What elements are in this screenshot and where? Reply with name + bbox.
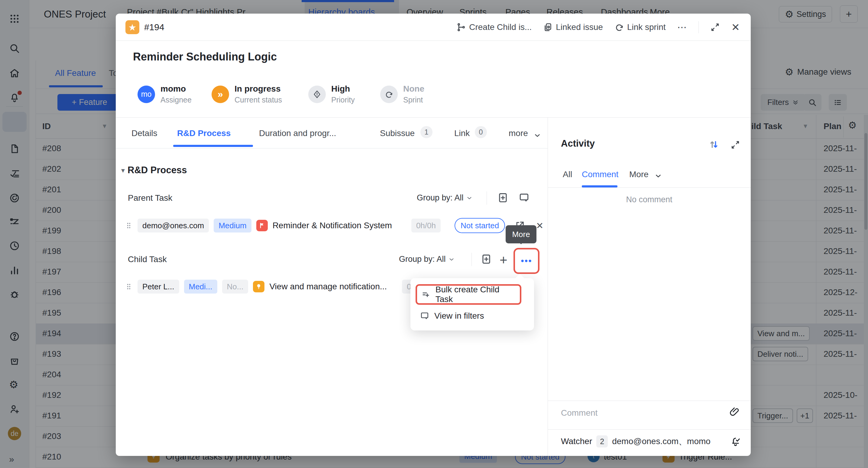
assignee-pill[interactable]: demo@ones.com	[137, 218, 209, 233]
link-count-badge: 0	[475, 126, 487, 138]
comment-box-divider	[548, 401, 751, 401]
drag-handle-icon[interactable]	[125, 222, 133, 230]
linked-issue-label: Linked issue	[556, 22, 603, 32]
attribute-assignee[interactable]: mo momo Assignee	[137, 84, 192, 104]
list-plus-icon	[421, 290, 431, 299]
child-groupby-dropdown[interactable]: Group by: All	[399, 255, 455, 264]
activity-tab-comment[interactable]: Comment	[582, 170, 618, 179]
sprint-value: None	[403, 84, 424, 94]
groupby-label: Group by: All	[399, 255, 446, 264]
chevron-down-icon	[466, 195, 473, 201]
lightbulb-icon	[253, 281, 265, 292]
parent-task-label: Parent Task	[128, 193, 172, 203]
tab-link[interactable]: Link	[454, 128, 470, 138]
tab-duration[interactable]: Duration and progr...	[259, 128, 336, 138]
watcher-row[interactable]: Watcher 2 demo@ones.com、momo	[561, 435, 711, 447]
drag-handle-icon[interactable]	[125, 283, 133, 291]
status-pill[interactable]: Not started	[455, 218, 505, 233]
linked-issue-button[interactable]: Linked issue	[543, 22, 603, 32]
chevron-down-icon[interactable]	[654, 172, 662, 180]
close-modal-button[interactable]: ✕	[732, 21, 740, 33]
flag-icon	[256, 220, 268, 231]
board-add-icon[interactable]	[497, 192, 509, 203]
collapse-caret-icon[interactable]: ▼	[120, 167, 126, 174]
menu-item-bulk-create[interactable]: Bulk create Child Task	[415, 284, 521, 305]
parent-groupby-dropdown[interactable]: Group by: All	[417, 193, 473, 203]
add-child-task-button[interactable]: +	[500, 253, 507, 268]
more-actions-button[interactable]: ⋯	[677, 22, 687, 33]
expand-modal-button[interactable]	[710, 22, 720, 32]
child-task-label: Child Task	[128, 255, 167, 264]
watcher-count-badge: 2	[596, 435, 608, 447]
board-filter-icon	[420, 311, 430, 321]
controls-divider	[487, 192, 487, 205]
assignee-value: momo	[160, 84, 192, 94]
expand-icon	[710, 22, 720, 32]
attribute-sprint[interactable]: None Sprint	[380, 84, 424, 104]
screen: ⚙de» ONES Project Project #Bulk Cr" High…	[0, 0, 868, 468]
bell-check-icon[interactable]	[731, 436, 741, 447]
issue-star-icon[interactable]: ★	[125, 20, 139, 34]
ellipsis-icon: •••	[521, 256, 532, 266]
chevron-down-icon[interactable]	[533, 131, 541, 139]
tab-details[interactable]: Details	[131, 128, 157, 138]
ellipsis-icon: ⋯	[677, 22, 687, 33]
tab-subissue[interactable]: Subissue	[380, 128, 415, 138]
priority-diamond-icon	[308, 86, 326, 103]
hours-pill: 0h/0h	[411, 218, 441, 233]
modal-tabs-divider	[116, 148, 548, 148]
more-tooltip: More	[506, 225, 536, 243]
active-tab-underline	[173, 145, 253, 147]
branch-icon	[456, 22, 466, 32]
board-filter-icon[interactable]	[518, 192, 530, 203]
menu-item-label: View in filters	[434, 311, 484, 321]
status-arrow-icon: »	[212, 86, 229, 103]
modal-header-divider	[116, 40, 751, 41]
status-pill[interactable]: No...	[222, 280, 248, 294]
link-sprint-label: Link sprint	[627, 22, 666, 32]
parent-task-title[interactable]: Reminder & Notification System	[273, 221, 392, 230]
chevron-down-icon	[448, 256, 455, 263]
issue-id: #194	[144, 22, 164, 32]
avatar: mo	[137, 86, 155, 103]
status-label: Current status	[235, 95, 282, 104]
activity-tab-more[interactable]: More	[629, 170, 649, 179]
no-comment-text: No comment	[548, 195, 751, 204]
priority-pill[interactable]: Medium	[214, 218, 251, 233]
attribute-priority[interactable]: High Priority	[308, 84, 355, 104]
comment-input[interactable]: Comment	[561, 408, 597, 418]
activity-tabs-divider	[548, 187, 751, 188]
remove-parent-icon[interactable]: ✕	[536, 221, 544, 231]
priority-value: High	[331, 84, 355, 94]
sprint-icon	[380, 86, 398, 103]
create-child-issue-button[interactable]: Create Child is...	[456, 22, 532, 32]
child-task-row[interactable]: Peter L... Medi... No... View and manage…	[125, 277, 421, 296]
sort-icon[interactable]	[708, 139, 720, 150]
status-value: In progress	[235, 84, 282, 94]
tab-more[interactable]: more	[509, 128, 528, 138]
paperclip-icon[interactable]	[729, 407, 740, 417]
activity-panel-divider	[548, 117, 548, 456]
activity-active-underline	[582, 185, 617, 187]
assignee-pill[interactable]: Peter L...	[137, 280, 179, 294]
priority-pill[interactable]: Medi...	[184, 280, 217, 294]
activity-tab-all[interactable]: All	[563, 170, 572, 179]
parent-task-row[interactable]: demo@ones.com Medium Reminder & Notifica…	[125, 216, 544, 235]
expand-icon[interactable]	[731, 140, 740, 150]
subissue-count-badge: 1	[421, 126, 433, 138]
board-add-icon[interactable]	[480, 253, 492, 265]
create-child-label: Create Child is...	[469, 22, 532, 32]
child-task-title[interactable]: View and manage notification...	[269, 282, 387, 291]
child-task-more-menu: Bulk create Child Task View in filters	[410, 278, 534, 330]
activity-title: Activity	[561, 138, 595, 149]
tab-rnd-process[interactable]: R&D Process	[177, 128, 230, 138]
menu-item-view-in-filters[interactable]: View in filters	[415, 307, 524, 325]
assignee-label: Assignee	[160, 95, 192, 104]
sprint-label: Sprint	[403, 95, 424, 104]
link-sprint-button[interactable]: Link sprint	[614, 22, 666, 32]
child-task-more-button[interactable]: •••	[514, 248, 539, 274]
attribute-status[interactable]: » In progress Current status	[212, 84, 282, 104]
issue-title[interactable]: Reminder Scheduling Logic	[133, 51, 277, 63]
rnd-section-title: R&D Process	[128, 165, 187, 176]
controls-divider	[471, 253, 472, 266]
